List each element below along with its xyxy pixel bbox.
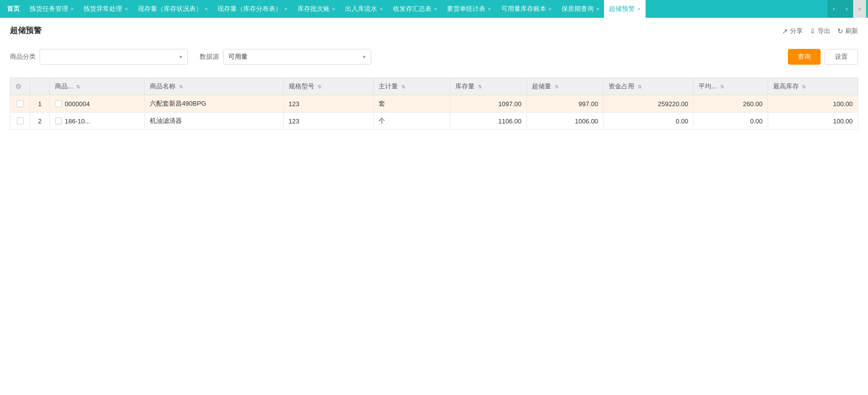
filter-product-category: 商品分类 ▾ <box>10 49 188 65</box>
nav-arrow-more[interactable]: » <box>853 0 866 18</box>
td-product-code-0: 0000004 <box>50 95 145 113</box>
nav-close-10[interactable]: × <box>637 6 640 12</box>
td-capital-0: 259220.00 <box>604 95 694 113</box>
nav-item-9[interactable]: 保质期查询 × <box>557 0 604 18</box>
sort-icon-product-name: ⇅ <box>179 84 183 89</box>
nav-item-label-10: 超储预警 <box>609 4 635 13</box>
header-actions: ↗ 分享 ⇩ 导出 ↻ 刷新 <box>782 27 858 36</box>
td-capital-1: 0.00 <box>604 113 694 130</box>
nav-close-2[interactable]: × <box>205 6 208 12</box>
td-stock-1: 1106.00 <box>450 113 526 130</box>
td-max-stock-1: 100.00 <box>768 113 858 130</box>
refresh-button[interactable]: ↻ 刷新 <box>837 27 858 36</box>
nav-item-label-4: 库存批次账 <box>298 4 330 13</box>
row-checkbox-header-1[interactable] <box>17 118 24 124</box>
th-product-code[interactable]: 商品... ⇅ <box>50 78 145 95</box>
row-checkbox-1[interactable] <box>55 118 62 124</box>
nav-item-1[interactable]: 拣货异常处理 × <box>79 0 132 18</box>
th-avg[interactable]: 平均... ⇅ <box>694 78 768 95</box>
nav-item-2[interactable]: 现存量（库存状况表） × <box>133 0 213 18</box>
export-button[interactable]: ⇩ 导出 <box>810 27 830 36</box>
nav-close-7[interactable]: × <box>488 6 491 12</box>
sort-icon-capital: ⇅ <box>638 84 642 89</box>
nav-item-8[interactable]: 可用量库存账本 × <box>496 0 557 18</box>
nav-home-label: 首页 <box>7 4 20 13</box>
product-category-arrow: ▾ <box>179 54 182 60</box>
settings-button[interactable]: 设置 <box>825 49 858 65</box>
nav-close-3[interactable]: × <box>284 6 287 12</box>
nav-item-5[interactable]: 出入库流水 × <box>340 0 388 18</box>
page-header: 超储预警 ↗ 分享 ⇩ 导出 ↻ 刷新 <box>10 26 858 36</box>
nav-item-0[interactable]: 拣货任务管理 × <box>25 0 79 18</box>
table-settings-icon[interactable]: ⚙ <box>15 82 22 90</box>
refresh-label: 刷新 <box>845 27 858 36</box>
row-checkbox-0[interactable] <box>55 100 62 107</box>
table-row: 2 186-10... 机油滤清器 123 个 1106.00 1006.00 … <box>10 113 858 130</box>
table-header-row: ⚙ 商品... ⇅ 商品名称 ⇅ 规格型号 ⇅ 主计量 ⇅ <box>10 78 858 95</box>
nav-close-0[interactable]: × <box>71 6 74 12</box>
td-spec-0: 123 <box>283 95 373 113</box>
nav-arrow-left[interactable]: ‹ <box>827 0 840 18</box>
nav-item-6[interactable]: 收发存汇总表 × <box>388 0 442 18</box>
data-source-arrow: ▾ <box>363 54 366 60</box>
th-spec[interactable]: 规格型号 ⇅ <box>283 78 373 95</box>
data-source-label: 数据源 <box>200 52 219 61</box>
nav-item-label-1: 拣货异常处理 <box>84 4 122 13</box>
row-checkbox-header-0[interactable] <box>17 100 24 107</box>
refresh-icon: ↻ <box>837 27 843 35</box>
product-category-select[interactable]: ▾ <box>40 49 188 65</box>
td-product-name-0: 六配套新昌490BPG <box>144 95 283 113</box>
th-stock[interactable]: 库存量 ⇅ <box>450 78 526 95</box>
td-max-stock-0: 100.00 <box>768 95 858 113</box>
th-product-name[interactable]: 商品名称 ⇅ <box>144 78 283 95</box>
nav-item-10[interactable]: 超储预警 × <box>604 0 645 18</box>
export-label: 导出 <box>818 27 830 36</box>
nav-item-7[interactable]: 要货单统计表 × <box>442 0 496 18</box>
share-label: 分享 <box>790 27 803 36</box>
td-overstock-0: 997.00 <box>527 95 604 113</box>
data-table: ⚙ 商品... ⇅ 商品名称 ⇅ 规格型号 ⇅ 主计量 ⇅ <box>10 78 858 130</box>
nav-item-3[interactable]: 现存量（库存分布表） × <box>213 0 292 18</box>
nav-item-label-6: 收发存汇总表 <box>393 4 432 13</box>
td-row-index-0: 1 <box>30 95 50 113</box>
nav-close-4[interactable]: × <box>332 6 335 12</box>
product-category-label: 商品分类 <box>10 52 36 61</box>
share-icon: ↗ <box>782 27 788 35</box>
nav-item-4[interactable]: 库存批次账 × <box>293 0 340 18</box>
nav-close-6[interactable]: × <box>434 6 437 12</box>
nav-arrow-right[interactable]: › <box>840 0 853 18</box>
nav-item-label-5: 出入库流水 <box>345 4 377 13</box>
nav-close-1[interactable]: × <box>125 6 128 12</box>
share-button[interactable]: ↗ 分享 <box>782 27 803 36</box>
td-row-settings-0 <box>10 95 30 113</box>
td-spec-1: 123 <box>283 113 373 130</box>
table-row: 1 0000004 六配套新昌490BPG 123 套 1097.00 997.… <box>10 95 858 113</box>
nav-home[interactable]: 首页 <box>2 0 25 18</box>
th-max-stock[interactable]: 最高库存 ⇅ <box>768 78 858 95</box>
sort-icon-stock: ⇅ <box>478 84 482 89</box>
td-unit-0: 套 <box>373 95 450 113</box>
th-index <box>30 78 50 95</box>
nav-item-label-3: 现存量（库存分布表） <box>217 4 282 13</box>
nav-close-8[interactable]: × <box>549 6 552 12</box>
sort-icon-spec: ⇅ <box>317 84 321 89</box>
td-avg-0: 260.00 <box>694 95 768 113</box>
page-container: 超储预警 ↗ 分享 ⇩ 导出 ↻ 刷新 商品分类 ▾ 数据源 <box>0 18 868 395</box>
th-overstock[interactable]: 超储量 ⇅ <box>527 78 604 95</box>
sort-icon-product-code: ⇅ <box>76 84 80 89</box>
nav-close-9[interactable]: × <box>596 6 599 12</box>
page-title: 超储预警 <box>10 26 42 36</box>
td-unit-1: 个 <box>373 113 450 130</box>
td-product-name-1: 机油滤清器 <box>144 113 283 130</box>
th-unit[interactable]: 主计量 ⇅ <box>373 78 450 95</box>
td-stock-0: 1097.00 <box>450 95 526 113</box>
sort-icon-avg: ⇅ <box>720 84 724 89</box>
nav-item-label-9: 保质期查询 <box>562 4 594 13</box>
th-capital[interactable]: 资金占用 ⇅ <box>604 78 694 95</box>
data-source-select[interactable]: 可用量 ▾ <box>223 49 371 65</box>
query-button[interactable]: 查询 <box>788 49 821 65</box>
td-avg-1: 0.00 <box>694 113 768 130</box>
filter-data-source: 数据源 可用量 ▾ <box>200 49 371 65</box>
export-icon: ⇩ <box>810 27 816 35</box>
nav-close-5[interactable]: × <box>380 6 383 12</box>
